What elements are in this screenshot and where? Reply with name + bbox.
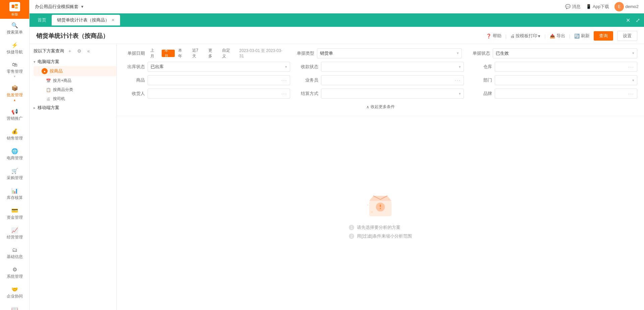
query-btn[interactable]: 查询 (594, 31, 613, 41)
svg-rect-6 (380, 208, 381, 209)
tip-text-1: 请先选择要分析的方案 (357, 224, 400, 230)
collapse-bar[interactable]: ∧ 收起更多条件 (123, 102, 637, 112)
dept-control[interactable]: ▾ (495, 75, 637, 85)
sidebar: 标版 🔍 搜索菜单 ⚡ 快捷导航 🛍 零售管理 ▾ 📦 批发管理 ▴ 📢 营销推… (0, 0, 30, 310)
sidebar-item-search[interactable]: 🔍 搜索菜单 (0, 19, 30, 39)
last-month-label: 上月 (150, 48, 158, 59)
date-tab-7days[interactable]: 近7天 (190, 50, 205, 57)
out-status-label: 出库状态 (123, 64, 148, 70)
svg-point-9 (367, 205, 368, 206)
sidebar-item-enterprise[interactable]: 🤝 企业协同 (0, 283, 30, 303)
sidebar-item-guide[interactable]: 📖 新手引导 (0, 303, 30, 310)
receipt-status-label: 收款状态 (297, 64, 321, 70)
page-header: 销货单统计计表（按商品） ❓ 帮助 | 🖨 按模板打印 ▾ | 📤 导出 | (30, 27, 644, 44)
date-tab-this-month[interactable]: 本月 (162, 50, 175, 57)
scheme-item-by-printer[interactable]: 🖨 按司机 (34, 94, 116, 103)
receiver-label: 收货人 (123, 91, 148, 97)
7days-label: 近7天 (192, 48, 202, 59)
sidebar-item-sales[interactable]: 💰 销售管理 (0, 125, 30, 145)
print-label: 按模板打印 (516, 33, 537, 39)
staff-control[interactable]: ··· (321, 75, 464, 85)
sidebar-item-basic[interactable]: 🗂 基础信息 (0, 244, 30, 263)
action-sep3: | (569, 34, 570, 39)
sidebar-item-system[interactable]: ⚙ 系统管理 (0, 263, 30, 283)
tab-home[interactable]: 首页 (32, 15, 52, 25)
doc-type-control[interactable]: 销货单 ▾ (317, 48, 462, 58)
page-title: 销货单统计计表（按商品） (36, 32, 109, 40)
date-tab-last-month[interactable]: 上月 (148, 50, 161, 57)
tab-expand-icon[interactable]: ⤢ (634, 17, 641, 23)
operation-icon: 📈 (11, 227, 18, 234)
scheme-item-by-month-goods[interactable]: 📅 按月+商品 (34, 76, 116, 85)
this-year-label: 本年 (178, 48, 186, 59)
date-tab-more[interactable]: 更多 (206, 50, 219, 57)
sidebar-item-operation[interactable]: 📈 经营管理 (0, 224, 30, 244)
industry-dropdown-icon[interactable]: ▾ (81, 4, 84, 9)
message-btn[interactable]: 💬 消息 (565, 4, 581, 10)
sidebar-item-ecommerce[interactable]: 🌐 电商管理 (0, 145, 30, 164)
tab-close-all-icon[interactable]: ✕ (625, 17, 632, 23)
print-icon: 🖨 (511, 34, 515, 39)
out-status-control[interactable]: 已出库 ▾ (148, 62, 290, 72)
receipt-status-control[interactable]: ▾ (321, 62, 464, 72)
tab-sales-stat[interactable]: 销货单统计计表（按商品） ✕ (52, 15, 120, 25)
sidebar-item-shortcut[interactable]: ⚡ 快捷导航 (0, 39, 30, 58)
date-tab-custom[interactable]: 自定义 (219, 50, 236, 57)
dept-label: 部门 (471, 77, 495, 83)
receiver-control[interactable]: ··· (148, 89, 290, 99)
brand-dots: ··· (628, 91, 634, 96)
print-btn[interactable]: 🖨 按模板打印 ▾ (511, 33, 540, 39)
basic-icon: 🗂 (12, 247, 17, 253)
scheme-add-btn[interactable]: + (66, 47, 73, 55)
sidebar-item-retail[interactable]: 🛍 零售管理 ▾ (0, 58, 30, 82)
purchase-icon: 🛒 (11, 168, 18, 174)
svg-rect-2 (15, 7, 18, 9)
out-status-dropdown-icon: ▾ (285, 65, 287, 69)
finance-icon: 💳 (11, 207, 18, 214)
scheme-item-by-goods[interactable]: ● 按商品 (34, 66, 116, 76)
empty-tip-2: 2 用[过滤]条件来缩小分析范围 (349, 233, 412, 239)
export-icon: 📤 (550, 34, 555, 39)
scheme-collapse-btn[interactable]: « (85, 47, 92, 55)
brand-control[interactable]: ··· (495, 89, 637, 99)
tab-bar-actions: ✕ ⤢ (625, 17, 641, 23)
sidebar-item-label: 资金管理 (7, 215, 23, 220)
settings-btn[interactable]: 设置 (617, 31, 637, 41)
header-right: 💬 消息 📱 App下载 E demo2 (565, 2, 639, 11)
date-tab-this-year[interactable]: 本年 (175, 50, 189, 57)
scheme-mobile-group[interactable]: ▸ 移动端方案 (30, 103, 116, 112)
svg-rect-1 (15, 4, 18, 6)
refresh-btn[interactable]: 🔄 刷新 (574, 33, 590, 39)
inventory-icon: 📊 (11, 188, 18, 194)
filter-result-panel: 单据日期 上月 本月 本年 (117, 44, 644, 310)
sidebar-item-purchase[interactable]: 🛒 采购管理 (0, 164, 30, 184)
goods-control[interactable]: ··· (148, 75, 290, 85)
warehouse-control[interactable]: ··· (495, 62, 637, 72)
sidebar-item-inventory[interactable]: 📊 库存核算 (0, 184, 30, 204)
download-icon: 📱 (586, 4, 591, 9)
scheme-desktop-group-header[interactable]: ▾ 电脑端方案 (34, 57, 116, 66)
app-download-btn[interactable]: 📱 App下载 (586, 4, 609, 10)
tab-close-icon[interactable]: ✕ (111, 18, 115, 22)
doc-status-control[interactable]: 已生效 ▾ (493, 48, 637, 58)
export-btn[interactable]: 📤 导出 (550, 33, 565, 39)
empty-illustration (364, 187, 397, 220)
sidebar-item-finance[interactable]: 💳 资金管理 (0, 204, 30, 224)
month-goods-icon: 📅 (46, 78, 51, 84)
help-btn[interactable]: ❓ 帮助 (486, 33, 501, 39)
help-label: 帮助 (493, 33, 501, 39)
sidebar-item-label: 电商管理 (7, 155, 23, 161)
sidebar-item-marketing[interactable]: 📢 营销推广 (0, 105, 30, 125)
out-status-value: 已出库 (151, 64, 285, 70)
scheme-edit-btn[interactable]: ⚙ (75, 47, 83, 55)
staff-label: 业务员 (297, 77, 321, 83)
doc-type-dropdown-icon: ▾ (457, 51, 459, 55)
by-month-goods-label: 按月+商品 (53, 78, 71, 84)
app-logo: 标版 (0, 0, 30, 19)
sidebar-item-wholesale[interactable]: 📦 批发管理 ▴ (0, 82, 30, 105)
scheme-item-by-goods-category[interactable]: 📋 按商品分类 (34, 85, 116, 94)
marketing-icon: 📢 (11, 108, 18, 115)
payment-control[interactable]: ▾ (321, 89, 464, 99)
user-info[interactable]: E demo2 (614, 2, 639, 11)
gear-icon: ⚙ (77, 48, 82, 54)
